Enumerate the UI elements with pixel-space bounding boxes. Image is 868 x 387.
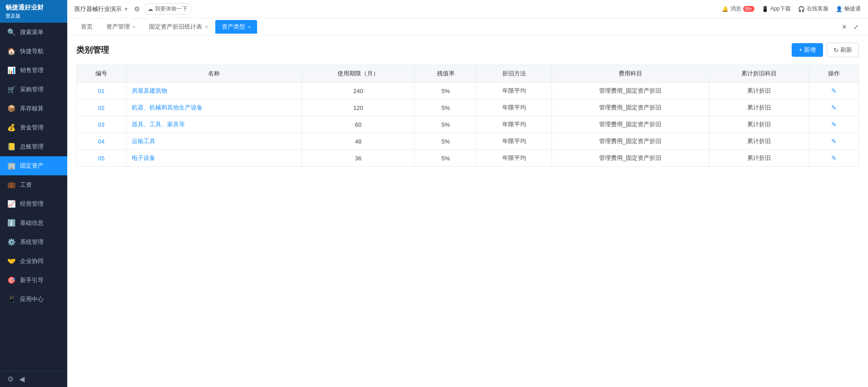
edit-button[interactable]: ✎ [831, 87, 837, 94]
cell-id: 01 [77, 83, 126, 99]
sidebar-icon-sales: 📊 [7, 66, 15, 74]
sidebar-item-beginner-guide[interactable]: 🎯 新手引导 [0, 271, 67, 290]
table-row: 05 电子设备 36 5% 年限平均 管理费用_固定资产折旧 累计折旧 ✎ [77, 150, 859, 167]
new-button[interactable]: + 新增 [792, 43, 823, 57]
cell-accum: 累计折旧 [709, 116, 809, 133]
sidebar-nav: 🔍 搜索菜单 🏠 快捷导航 📊 销售管理 🛒 采购管理 📦 库存核算 💰 资金管… [0, 23, 67, 371]
sidebar-icon-beginner-guide: 🎯 [7, 276, 15, 284]
notifications-item[interactable]: 🔔 消息 99+ [722, 5, 754, 13]
settings-footer-icon[interactable]: ⚙ [7, 375, 14, 383]
sidebar: 畅捷通好业财 普及版 🔍 搜索菜单 🏠 快捷导航 📊 销售管理 🛒 采购管理 📦… [0, 0, 67, 387]
sidebar-label-finance: 资金管理 [20, 124, 44, 132]
tab-asset-type[interactable]: 资产类型 × [215, 20, 257, 34]
sidebar-label-purchase: 采购管理 [20, 85, 44, 94]
window-controls: ✕ ⤢ [840, 22, 861, 31]
online-service-item[interactable]: 🎧 在线客服 [798, 5, 828, 13]
tab-home[interactable]: 首页 [74, 20, 99, 34]
category-table: 编号 名称 使用期限（月） 残值率 折旧方法 费用科目 累计折旧科目 操作 01… [76, 64, 859, 167]
headset-icon: 🎧 [798, 6, 805, 12]
cell-accum: 累计折旧 [709, 99, 809, 116]
col-header-name: 名称 [126, 65, 302, 83]
page-actions: + 新增 ↻ 刷新 [792, 43, 859, 57]
sidebar-label-operations: 经营管理 [20, 200, 44, 208]
cell-months: 240 [302, 83, 415, 99]
col-header-accum: 累计折旧科目 [709, 65, 809, 83]
expand-window-button[interactable]: ⤢ [852, 22, 861, 31]
sidebar-icon-app-center: 📱 [7, 295, 15, 303]
sidebar-item-sales[interactable]: 📊 销售管理 [0, 61, 67, 80]
collapse-icon[interactable]: ◀ [19, 375, 25, 383]
cell-method: 年限平均 [477, 99, 552, 116]
cell-action: ✎ [809, 133, 858, 150]
tab-asset-type-close[interactable]: × [248, 24, 251, 30]
sidebar-item-app-center[interactable]: 📱 应用中心 [0, 290, 67, 309]
cell-method: 年限平均 [477, 116, 552, 133]
company-selector[interactable]: 医疗器械行业演示 ▼ [74, 5, 129, 13]
tab-depreciation-label: 固定资产折旧统计表 [149, 23, 202, 31]
sidebar-label-base-info: 基础信息 [20, 219, 44, 227]
tab-depreciation-close[interactable]: × [205, 24, 208, 30]
tab-depreciation[interactable]: 固定资产折旧统计表 × [143, 20, 214, 34]
sidebar-icon-base-info: ℹ️ [7, 219, 15, 227]
sidebar-item-system[interactable]: ⚙️ 系统管理 [0, 233, 67, 252]
sidebar-icon-ledger: 📒 [7, 143, 15, 151]
sidebar-item-base-info[interactable]: ℹ️ 基础信息 [0, 213, 67, 233]
sidebar-item-operations[interactable]: 📈 经营管理 [0, 194, 67, 213]
cloud-icon: ☁ [148, 6, 153, 12]
app-edition: 普及版 [5, 13, 44, 20]
header-left: 医疗器械行业演示 ▼ ⚙ ☁ 我要体验一下 [74, 3, 716, 15]
sidebar-item-ledger[interactable]: 📒 总账管理 [0, 137, 67, 156]
sidebar-icon-enterprise-collab: 🤝 [7, 257, 15, 265]
sidebar-label-fixed-assets: 固定资产 [20, 162, 44, 170]
sidebar-item-purchase[interactable]: 🛒 采购管理 [0, 80, 67, 99]
sidebar-icon-finance: 💰 [7, 124, 15, 132]
tab-asset-management-close[interactable]: × [133, 24, 135, 30]
sidebar-item-quick-nav[interactable]: 🏠 快捷导航 [0, 42, 67, 61]
sidebar-label-quick-nav: 快捷导航 [20, 47, 44, 55]
sidebar-icon-quick-nav: 🏠 [7, 47, 15, 55]
app-download-item[interactable]: 📱 App下载 [762, 5, 791, 13]
sidebar-item-enterprise-collab[interactable]: 🤝 企业协同 [0, 252, 67, 271]
sidebar-label-app-center: 应用中心 [20, 295, 44, 303]
try-button[interactable]: ☁ 我要体验一下 [144, 3, 192, 15]
close-window-button[interactable]: ✕ [840, 22, 849, 31]
sidebar-footer: ⚙ ◀ [0, 371, 67, 387]
sidebar-item-payroll[interactable]: 💼 工资 [0, 175, 67, 194]
sidebar-item-finance[interactable]: 💰 资金管理 [0, 118, 67, 137]
sidebar-item-inventory[interactable]: 📦 库存核算 [0, 99, 67, 118]
cell-id: 05 [77, 150, 126, 167]
edit-button[interactable]: ✎ [831, 154, 837, 162]
sidebar-label-payroll: 工资 [20, 181, 32, 189]
sidebar-item-search[interactable]: 🔍 搜索菜单 [0, 23, 67, 42]
app-logo: 畅捷通好业财 普及版 [0, 0, 67, 23]
user-item[interactable]: 👤 畅捷通 [836, 5, 861, 13]
sidebar-label-sales: 销售管理 [20, 66, 44, 74]
sidebar-label-system: 系统管理 [20, 238, 44, 246]
cell-id: 04 [77, 133, 126, 150]
header-settings-icon[interactable]: ⚙ [134, 5, 140, 13]
cell-action: ✎ [809, 116, 858, 133]
edit-button[interactable]: ✎ [831, 121, 837, 128]
table-row: 02 机器、机械和其他生产设备 120 5% 年限平均 管理费用_固定资产折旧 … [77, 99, 859, 116]
cell-residual: 5% [415, 99, 477, 116]
cell-months: 60 [302, 116, 415, 133]
sidebar-label-search: 搜索菜单 [20, 28, 44, 36]
col-header-method: 折旧方法 [477, 65, 552, 83]
table-row: 03 器具、工具、家具等 60 5% 年限平均 管理费用_固定资产折旧 累计折旧… [77, 116, 859, 133]
col-header-id: 编号 [77, 65, 126, 83]
cell-name: 运输工具 [126, 133, 302, 150]
cell-name: 机器、机械和其他生产设备 [126, 99, 302, 116]
sidebar-icon-fixed-assets: 🏢 [7, 162, 15, 170]
cell-name: 器具、工具、家具等 [126, 116, 302, 133]
sidebar-item-fixed-assets[interactable]: 🏢 固定资产 [0, 156, 67, 175]
cell-method: 年限平均 [477, 150, 552, 167]
edit-button[interactable]: ✎ [831, 138, 837, 145]
tab-asset-management[interactable]: 资产管理 × [100, 20, 142, 34]
sidebar-label-inventory: 库存核算 [20, 104, 44, 113]
cell-residual: 5% [415, 150, 477, 167]
cell-fee: 管理费用_固定资产折旧 [551, 99, 709, 116]
edit-button[interactable]: ✎ [831, 104, 837, 111]
refresh-button[interactable]: ↻ 刷新 [827, 43, 859, 57]
sidebar-icon-system: ⚙️ [7, 238, 15, 246]
col-header-fee: 费用科目 [551, 65, 709, 83]
